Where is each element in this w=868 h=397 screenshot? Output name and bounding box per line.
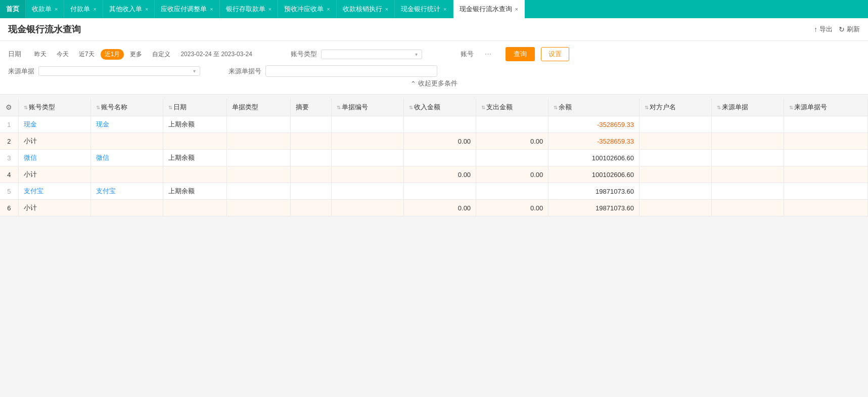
chevron-down-icon: ▾ [415, 52, 418, 57]
cell-account-type[interactable]: 支付宝 [18, 183, 90, 200]
account-type-select[interactable]: ▾ [321, 50, 422, 59]
col-expense[interactable]: ⇅支出金额 [476, 99, 549, 116]
nav-tab-shoukuanhexiao[interactable]: 收款核销执行 × [337, 0, 395, 18]
cell-expense: 0.00 [476, 200, 549, 216]
query-button[interactable]: 查询 [506, 47, 535, 61]
close-icon[interactable]: × [443, 6, 446, 12]
nav-tab-label: 现金银行流水查询 [460, 5, 512, 14]
col-date[interactable]: ⇅日期 [163, 99, 226, 116]
col-counterpart[interactable]: ⇅对方户名 [639, 99, 711, 116]
col-balance[interactable]: ⇅余额 [549, 99, 639, 116]
cell-income: 0.00 [403, 166, 476, 183]
cell-account-type[interactable]: 微信 [18, 150, 90, 166]
date-btn-today[interactable]: 今天 [53, 49, 73, 60]
table-row: 5 支付宝 支付宝 上期余额 19871073.60 [0, 183, 868, 200]
sort-icon: ⇅ [24, 105, 28, 110]
sort-icon: ⇅ [554, 105, 558, 110]
cell-date [163, 133, 226, 150]
source-doc-no-input[interactable] [265, 65, 437, 77]
cell-balance: 100102606.60 [549, 166, 639, 183]
account-dots[interactable]: ··· [483, 50, 493, 59]
setting-button[interactable]: 设置 [541, 47, 569, 61]
cell-source-doc-no [784, 133, 868, 150]
refresh-button[interactable]: ↻ 刷新 [839, 25, 860, 34]
cell-balance: -3528659.33 [549, 116, 639, 133]
sort-icon: ⇅ [96, 105, 100, 110]
collapse-up-icon: ⌃ [410, 80, 416, 87]
header-actions: ↑ 导出 ↻ 刷新 [814, 25, 860, 34]
col-account-type[interactable]: ⇅账号类型 [18, 99, 90, 116]
nav-tab-tongji[interactable]: 现金银行统计 × [395, 0, 453, 18]
col-account-name[interactable]: ⇅账号名称 [90, 99, 163, 116]
close-icon[interactable]: × [268, 6, 271, 12]
cell-account-type: 小计 [18, 200, 90, 216]
cell-expense [476, 183, 549, 200]
date-options: 昨天 今天 近7天 近1月 更多 自定义 [30, 49, 174, 60]
cell-account-name: 支付宝 [90, 183, 163, 200]
nav-tab-shoukuandan[interactable]: 收款单 × [26, 0, 64, 18]
date-btn-more[interactable]: 更多 [126, 49, 146, 60]
nav-tab-label: 收款核销执行 [343, 5, 382, 14]
cell-doc-type [226, 116, 290, 133]
cell-balance: 100102606.60 [549, 150, 639, 166]
col-source-doc-no[interactable]: ⇅来源单据号 [784, 99, 868, 116]
sort-icon: ⇅ [481, 105, 485, 110]
cell-doc-no [331, 150, 403, 166]
cell-expense [476, 150, 549, 166]
cell-account-name: 现金 [90, 116, 163, 133]
close-icon[interactable]: × [210, 6, 213, 12]
filter-row-source: 来源单据 ▾ 来源单据号 [8, 65, 860, 77]
refresh-label: 刷新 [847, 25, 860, 34]
nav-tab-yingshoutiaozheng[interactable]: 应收应付调整单 × [155, 0, 219, 18]
nav-tab-label: 预收冲应收单 [284, 5, 324, 14]
table-row: 2 小计 0.00 0.00 -3528659.33 [0, 133, 868, 150]
cell-account-name [90, 133, 163, 150]
close-icon[interactable]: × [327, 6, 330, 12]
nav-tab-qitashouru[interactable]: 其他收入单 × [103, 0, 155, 18]
gear-icon[interactable]: ⚙ [6, 103, 12, 111]
cell-date [163, 166, 226, 183]
close-icon[interactable]: × [55, 6, 58, 12]
col-income[interactable]: ⇅收入金额 [403, 99, 476, 116]
source-doc-select[interactable]: ▾ [38, 66, 200, 76]
nav-tab-yushou[interactable]: 预收冲应收单 × [278, 0, 336, 18]
col-doc-no[interactable]: ⇅单据编号 [331, 99, 403, 116]
date-btn-yesterday[interactable]: 昨天 [30, 49, 51, 60]
row-num: 2 [0, 133, 18, 150]
collapse-button[interactable]: ⌃ 收起更多条件 [410, 79, 458, 88]
col-source-doc[interactable]: ⇅来源单据 [712, 99, 784, 116]
date-btn-1month[interactable]: 近1月 [101, 49, 124, 60]
cell-source-doc [712, 116, 784, 133]
date-btn-custom[interactable]: 自定义 [148, 49, 174, 60]
table-row: 3 微信 微信 上期余额 100102606.60 [0, 150, 868, 166]
table-row: 6 小计 0.00 0.00 19871073.60 [0, 200, 868, 216]
cell-expense: 0.00 [476, 133, 549, 150]
nav-tab-yinhangcunqu[interactable]: 银行存取款单 × [220, 0, 278, 18]
nav-tab-fukuandan[interactable]: 付款单 × [64, 0, 103, 18]
cell-source-doc [712, 200, 784, 216]
source-doc-no-label: 来源单据号 [229, 67, 261, 76]
cell-source-doc-no [784, 166, 868, 183]
cell-account-type[interactable]: 现金 [18, 116, 90, 133]
source-doc-label: 来源单据 [8, 67, 34, 76]
cell-doc-no [331, 200, 403, 216]
close-icon[interactable]: × [385, 6, 388, 12]
export-button[interactable]: ↑ 导出 [814, 25, 833, 34]
close-icon[interactable]: × [145, 6, 148, 12]
close-icon[interactable]: × [93, 6, 96, 12]
date-btn-7days[interactable]: 近7天 [75, 49, 99, 60]
cell-income: 0.00 [403, 133, 476, 150]
cell-summary [290, 133, 331, 150]
date-range-display: 2023-02-24 至 2023-03-24 [180, 50, 252, 59]
nav-home-label: 首页 [6, 5, 19, 14]
cell-doc-type [226, 200, 290, 216]
collapse-row: ⌃ 收起更多条件 [8, 77, 860, 88]
table-row: 4 小计 0.00 0.00 100102606.60 [0, 166, 868, 183]
settings-col-header[interactable]: ⚙ [0, 99, 18, 116]
nav-home[interactable]: 首页 [0, 0, 26, 18]
cell-counterpart [639, 116, 711, 133]
nav-tab-liushui[interactable]: 现金银行流水查询 × [453, 0, 525, 18]
close-icon[interactable]: × [515, 6, 518, 12]
col-doc-type: 单据类型 [226, 99, 290, 116]
cell-counterpart [639, 150, 711, 166]
